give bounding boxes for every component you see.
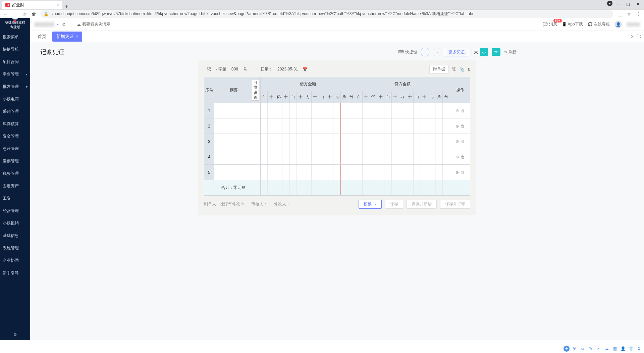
copy-icon[interactable]: ⊕: [455, 155, 459, 159]
tab-close-icon[interactable]: ×: [56, 2, 59, 8]
save-print-button[interactable]: 保存并打印: [440, 200, 470, 209]
trash-icon[interactable]: 🗑: [31, 11, 37, 17]
digit-cell[interactable]: [355, 149, 363, 165]
digit-cell[interactable]: [304, 165, 312, 180]
digit-cell[interactable]: [340, 118, 348, 134]
digit-cell[interactable]: [443, 134, 450, 149]
size-big[interactable]: 大: [472, 48, 480, 56]
tab-new-voucher[interactable]: 新增凭证 ×: [52, 32, 82, 42]
digit-cell[interactable]: [384, 134, 392, 149]
sidebar-item-15[interactable]: 小畅报销: [0, 217, 30, 230]
save-new-button[interactable]: 保存并新增: [407, 200, 437, 209]
digit-cell[interactable]: [399, 118, 406, 134]
delete-icon[interactable]: 🗑: [461, 124, 465, 129]
digit-cell[interactable]: [370, 165, 377, 180]
digit-cell[interactable]: [311, 103, 319, 118]
sidebar-item-0[interactable]: 搜索菜单: [0, 31, 30, 43]
digit-cell[interactable]: [304, 149, 312, 165]
digit-cell[interactable]: [260, 165, 268, 180]
copy-icon[interactable]: ⊕: [455, 124, 459, 129]
shortcut-button[interactable]: ⌨ 快捷键: [398, 49, 417, 55]
digit-cell[interactable]: [260, 103, 268, 118]
delete-icon[interactable]: 🗑: [461, 108, 465, 113]
digit-cell[interactable]: [319, 103, 326, 118]
digit-cell[interactable]: [421, 118, 428, 134]
digit-cell[interactable]: [348, 134, 355, 149]
refresh-button[interactable]: ⟲ 刷新: [504, 49, 517, 55]
summary-cell[interactable]: [214, 134, 253, 149]
digit-cell[interactable]: [391, 134, 399, 149]
window-close[interactable]: ✕: [633, 1, 643, 7]
digit-cell[interactable]: [319, 134, 326, 149]
digit-cell[interactable]: [348, 118, 355, 134]
digit-cell[interactable]: [384, 118, 392, 134]
digit-cell[interactable]: [282, 149, 289, 165]
digit-cell[interactable]: [289, 118, 297, 134]
size-small[interactable]: 小: [480, 48, 488, 56]
digit-cell[interactable]: [319, 149, 326, 165]
settings-icon[interactable]: ⚙: [0, 329, 30, 340]
digit-cell[interactable]: [311, 118, 319, 134]
digit-cell[interactable]: [348, 103, 355, 118]
digit-cell[interactable]: [370, 118, 377, 134]
sidebar-item-19[interactable]: 新手引导: [0, 267, 30, 279]
digit-cell[interactable]: [435, 118, 443, 134]
digit-cell[interactable]: [428, 134, 435, 149]
digit-cell[interactable]: [326, 118, 333, 134]
tab-home[interactable]: 首页: [34, 32, 50, 42]
delete-icon[interactable]: 🗑: [461, 155, 465, 159]
digit-cell[interactable]: [355, 103, 363, 118]
digit-cell[interactable]: [377, 134, 384, 149]
digit-cell[interactable]: [326, 165, 333, 180]
delete-icon[interactable]: 🗑: [461, 139, 465, 144]
digit-cell[interactable]: [384, 149, 392, 165]
digit-cell[interactable]: [297, 134, 304, 149]
digit-cell[interactable]: [399, 103, 406, 118]
template-button[interactable]: 模板 ▾: [359, 200, 382, 209]
digit-cell[interactable]: [333, 149, 341, 165]
more-voucher-button[interactable]: 更多凭证: [445, 48, 468, 56]
digit-cell[interactable]: [414, 134, 421, 149]
digit-cell[interactable]: [377, 165, 384, 180]
profile-icon[interactable]: ●: [607, 1, 612, 6]
digit-cell[interactable]: [275, 118, 282, 134]
digit-cell[interactable]: [421, 165, 428, 180]
subject-cell[interactable]: [253, 134, 261, 149]
summary-cell[interactable]: [214, 149, 253, 165]
digit-cell[interactable]: [406, 149, 414, 165]
digit-cell[interactable]: [428, 165, 435, 180]
sidebar-item-1[interactable]: 快捷导航: [0, 43, 30, 56]
digit-cell[interactable]: [391, 149, 399, 165]
online-service-button[interactable]: 🎧 在线客服: [588, 21, 610, 27]
nav-back-icon[interactable]: ←: [3, 11, 9, 17]
digit-cell[interactable]: [414, 149, 421, 165]
digit-cell[interactable]: [435, 165, 443, 180]
summary-cell[interactable]: [214, 165, 253, 180]
date-value[interactable]: 2023-05-31: [276, 66, 299, 72]
digit-cell[interactable]: [399, 134, 406, 149]
digit-cell[interactable]: [370, 149, 377, 165]
digit-cell[interactable]: [399, 149, 406, 165]
digit-cell[interactable]: [282, 118, 289, 134]
digit-cell[interactable]: [391, 118, 399, 134]
digit-cell[interactable]: [333, 165, 341, 180]
digit-cell[interactable]: [260, 149, 268, 165]
digit-cell[interactable]: [435, 103, 443, 118]
digit-cell[interactable]: [421, 103, 428, 118]
digit-cell[interactable]: [370, 103, 377, 118]
digit-cell[interactable]: [348, 165, 355, 180]
sidebar-item-18[interactable]: 企业协同: [0, 254, 30, 267]
summary-cell[interactable]: [214, 103, 253, 118]
sidebar-item-10[interactable]: 发票管理: [0, 155, 30, 167]
sidebar-item-17[interactable]: 系统管理: [0, 242, 30, 254]
digit-cell[interactable]: [319, 118, 326, 134]
digit-cell[interactable]: [370, 134, 377, 149]
save-button[interactable]: 保存: [385, 200, 403, 209]
address-bar[interactable]: 🔒 cloud.chanjet.com/cc/u6d89qwnryel/57bf…: [40, 10, 613, 18]
window-maximize[interactable]: ▢: [623, 1, 633, 7]
edit-icon[interactable]: ✎: [241, 202, 245, 206]
digit-cell[interactable]: [326, 103, 333, 118]
fullscreen-icon[interactable]: ⛶: [637, 34, 641, 39]
digit-cell[interactable]: [363, 149, 370, 165]
attach-button[interactable]: 附单据: [429, 65, 449, 73]
